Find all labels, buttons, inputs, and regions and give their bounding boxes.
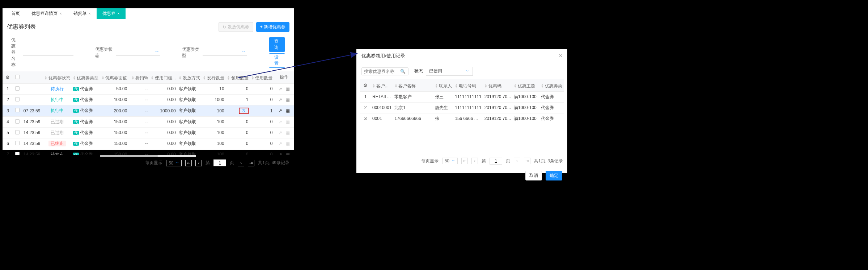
sort-icon[interactable]: ▲▼ xyxy=(227,76,230,80)
page-input[interactable] xyxy=(213,159,226,166)
qrcode-icon[interactable]: ▦ xyxy=(285,97,290,103)
share-icon[interactable]: ↗ xyxy=(278,130,282,136)
col-header[interactable]: 客户名称 xyxy=(398,83,416,89)
col-header[interactable]: 客户... xyxy=(376,83,389,89)
sort-icon[interactable]: ▲▼ xyxy=(179,76,182,80)
table-row[interactable]: 5 14 23:59 已过期 代代金券 150.00 -- 0.00 客户领取 … xyxy=(3,127,294,138)
table-row[interactable]: 1 RETAIL... 零散客户 张三 11111111111 2019120 … xyxy=(360,91,564,102)
status-select[interactable]: ﹀ xyxy=(116,49,160,56)
qrcode-icon[interactable]: ▦ xyxy=(285,152,290,155)
scrollbar-thumb[interactable] xyxy=(100,155,158,157)
table-row[interactable]: 6 14 23:59 已终止 代代金券 150.00 -- 0.00 客户领取 … xyxy=(3,138,294,149)
per-page-select[interactable]: 50﹀ xyxy=(166,160,182,166)
sort-icon[interactable]: ▲▼ xyxy=(514,84,517,88)
prev-page-button[interactable]: ‹ xyxy=(471,158,478,164)
row-checkbox[interactable] xyxy=(15,86,20,91)
close-icon[interactable]: × xyxy=(60,12,62,16)
search-input[interactable] xyxy=(364,69,400,74)
select-all-checkbox[interactable] xyxy=(15,75,20,79)
share-icon[interactable]: ↗ xyxy=(278,141,282,146)
col-header[interactable]: 优惠码 xyxy=(488,83,501,89)
table-row[interactable]: 7 14 23:59 待发布 代代金券 150.00 -- 0.00 客户领取 … xyxy=(3,149,294,155)
col-header[interactable]: 优惠券面值 xyxy=(105,75,127,81)
sort-icon[interactable]: ▲▼ xyxy=(435,84,438,88)
close-icon[interactable]: × xyxy=(118,12,120,16)
add-coupon-button[interactable]: + 新增优惠券 xyxy=(256,22,289,32)
issue-coupon-button[interactable]: ↻发放优惠券 xyxy=(219,22,253,32)
coupon-name-input[interactable] xyxy=(23,49,73,56)
page-input[interactable] xyxy=(490,158,502,165)
col-header[interactable]: 优惠券类 xyxy=(545,83,562,89)
table-row[interactable]: 3 07 23:59 执行中 代代金券 200.00 -- 1000.00 客户… xyxy=(3,105,294,116)
table-row[interactable]: 1 待执行 代代金券 50.00 -- 0.00 客户领取 10 0 0 ↗ ▦ xyxy=(3,83,294,94)
sort-icon[interactable]: ▲▼ xyxy=(372,84,375,88)
sort-icon[interactable]: ▲▼ xyxy=(151,76,154,80)
row-checkbox[interactable] xyxy=(15,152,20,155)
sort-icon[interactable]: ▲▼ xyxy=(131,76,134,80)
share-icon[interactable]: ↗ xyxy=(278,152,282,155)
row-checkbox[interactable] xyxy=(15,108,20,112)
row-checkbox[interactable] xyxy=(15,119,20,124)
col-header[interactable]: 联系人 xyxy=(439,83,452,89)
query-button[interactable]: 查询 xyxy=(269,37,285,52)
per-page-select[interactable]: 50﹀ xyxy=(442,158,458,164)
tab-coupon[interactable]: 优惠券× xyxy=(97,8,126,19)
claim-count-link[interactable]: 3 xyxy=(239,108,249,114)
sort-icon[interactable]: ▲▼ xyxy=(541,84,544,88)
state-select[interactable]: 已使用﹀ xyxy=(426,67,473,76)
col-header[interactable]: 折扣% xyxy=(135,75,148,81)
qrcode-icon[interactable]: ▦ xyxy=(285,119,290,125)
table-wrapper[interactable]: ⚙ ▲▼优惠券状态 ▲▼优惠券类型 ▲▼优惠券面值 ▲▼折扣% ▲▼使用门槛..… xyxy=(3,71,294,155)
col-header[interactable]: 优惠主题 xyxy=(518,83,535,89)
col-header[interactable]: 发放方式 xyxy=(183,75,200,81)
close-icon[interactable]: × xyxy=(559,53,562,59)
sort-icon[interactable]: ▲▼ xyxy=(394,84,397,88)
tab-sales-order[interactable]: 销货单× xyxy=(68,8,97,19)
gear-icon[interactable]: ⚙ xyxy=(363,83,368,88)
tab-coupon-detail[interactable]: 优惠券详情页× xyxy=(26,8,68,19)
table-row[interactable]: 4 14 23:59 已过期 代代金券 150.00 -- 0.00 客户领取 … xyxy=(3,116,294,127)
row-index: 3 xyxy=(3,105,13,116)
sort-icon[interactable]: ▲▼ xyxy=(73,76,76,80)
horizontal-scrollbar[interactable] xyxy=(100,155,196,157)
col-header[interactable]: 优惠券状态 xyxy=(48,75,70,81)
last-page-button[interactable]: ⇥ xyxy=(524,158,530,164)
search-icon[interactable]: 🔍 xyxy=(400,69,406,74)
qrcode-icon[interactable]: ▦ xyxy=(285,130,290,136)
close-icon[interactable]: × xyxy=(89,12,91,16)
sort-icon[interactable]: ▲▼ xyxy=(484,84,487,88)
last-page-button[interactable]: ⇥ xyxy=(248,160,254,166)
row-checkbox[interactable] xyxy=(15,97,20,101)
col-header[interactable]: 优惠券类型 xyxy=(77,75,98,81)
table-row[interactable]: 2 执行中 代代金券 100.00 -- 0.00 客户领取 1000 1 0 … xyxy=(3,94,294,105)
qrcode-icon[interactable]: ▦ xyxy=(285,141,290,146)
confirm-button[interactable]: 确定 xyxy=(546,171,562,180)
table-row[interactable]: 3 0001 17666666666 张 156 6666 ... 201912… xyxy=(360,113,564,124)
first-page-button[interactable]: ⇤ xyxy=(461,158,468,164)
gear-icon[interactable]: ⚙ xyxy=(5,75,10,80)
next-page-button[interactable]: › xyxy=(514,158,520,164)
col-header[interactable]: 使用门槛... xyxy=(155,75,176,81)
share-icon[interactable]: ↗ xyxy=(278,108,282,113)
sort-icon[interactable]: ▲▼ xyxy=(455,84,458,88)
cancel-button[interactable]: 取消 xyxy=(525,171,542,180)
status-badge: 已过期 xyxy=(51,130,64,136)
sort-icon[interactable]: ▲▼ xyxy=(101,76,104,80)
row-checkbox[interactable] xyxy=(15,141,20,145)
first-page-button[interactable]: ⇤ xyxy=(185,160,192,166)
search-box[interactable]: 🔍 xyxy=(361,67,408,75)
qrcode-icon[interactable]: ▦ xyxy=(285,108,290,113)
row-checkbox[interactable] xyxy=(15,130,20,134)
sort-icon[interactable]: ▲▼ xyxy=(203,76,206,80)
col-header[interactable]: 电话号码 xyxy=(459,83,476,89)
sort-icon[interactable]: ▲▼ xyxy=(45,76,47,80)
share-icon[interactable]: ↗ xyxy=(278,119,282,125)
tab-home[interactable]: 首页 xyxy=(5,8,26,19)
prev-page-button[interactable]: ‹ xyxy=(195,160,202,166)
share-icon[interactable]: ↗ xyxy=(278,86,282,92)
qrcode-icon[interactable]: ▦ xyxy=(285,86,290,92)
next-page-button[interactable]: › xyxy=(238,160,244,166)
share-icon[interactable]: ↗ xyxy=(278,97,282,103)
col-header[interactable]: 发行数量 xyxy=(207,75,224,81)
table-row[interactable]: 2 00010001 北京1 唐先生 11111111111 2019120 7… xyxy=(360,102,564,113)
